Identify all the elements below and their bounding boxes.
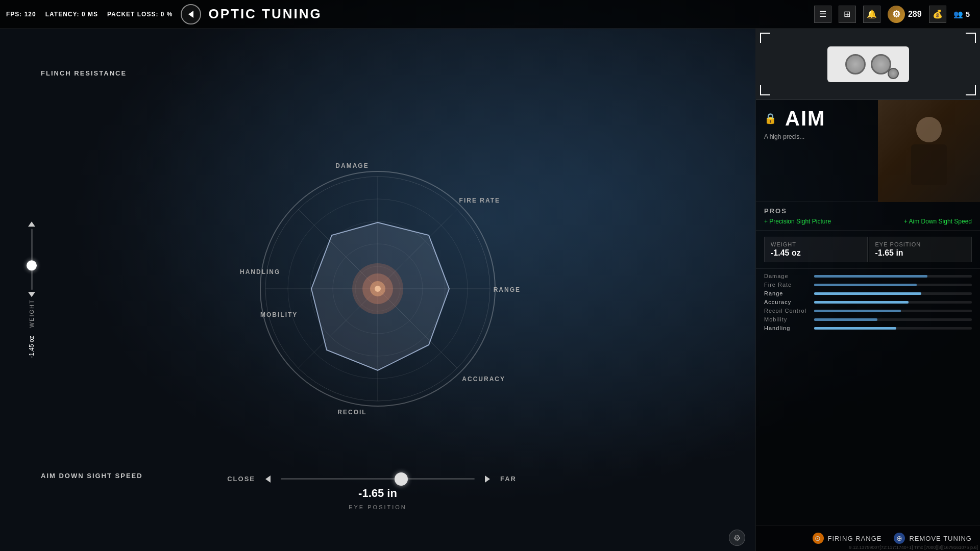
eye-position-left-arrow[interactable] [265,475,271,483]
eye-position-slider-track[interactable] [281,478,475,480]
svg-marker-18 [311,222,449,370]
version-info: 9.12.13759007[72:117:1740+1] Tmc [7000][… [847,544,980,551]
back-arrow-icon [188,11,193,18]
corner-tr [966,33,976,43]
damage-label: DAMAGE [335,162,369,169]
firing-range-label: FIRING RANGE [828,535,882,542]
stat-name-5: Mobility [764,316,810,322]
firing-range-icon: ⊙ [813,533,824,544]
weight-value-number: -1.45 oz [771,248,861,258]
stats-section: DamageFire RateRangeAccuracyRecoil Contr… [756,269,980,525]
currency-value: 289 [908,10,922,19]
remove-tuning-label: REMOVE TUNING [909,535,972,542]
stat-row: Handling [764,325,972,331]
accuracy-label: ACCURACY [462,375,505,383]
aim-info: 🔒 AIM A high-precis... [756,100,878,202]
scope-lens-large [845,54,866,74]
remove-tuning-button[interactable]: ⊕ REMOVE TUNING [894,533,972,544]
stat-name-1: Fire Rate [764,282,810,288]
main-area: FLINCH RESISTANCE AIM DOWN SIGHT SPEED W… [0,29,980,551]
scope-body [827,46,909,82]
left-panel: FLINCH RESISTANCE AIM DOWN SIGHT SPEED W… [0,29,755,551]
pro-item-1: Precision Sight Picture [764,218,831,225]
grid-icon-box[interactable]: ⊞ [839,6,856,23]
fire-rate-label: FIRE RATE [459,197,500,204]
stat-bar-fill-0 [814,275,927,278]
stat-row: Recoil Control [764,308,972,314]
radar-chart: DAMAGE FIRE RATE RANGE ACCURACY RECOIL M… [230,156,526,423]
weight-slider-down-arrow[interactable] [28,292,35,297]
remove-tuning-icon: ⊕ [894,533,905,544]
eye-position-value-box: EYE POSITION -1.65 in [869,237,972,262]
top-hud: FPS: 120 LATENCY: 0 MS PACKET LOSS: 0 % … [0,0,980,29]
stat-name-3: Accuracy [764,299,810,305]
far-label: FAR [500,475,531,483]
stat-bar-bg-1 [814,284,972,286]
eye-position-slider-area: CLOSE FAR -1.65 in EYE POSITION [0,475,755,510]
aim-description: A high-precis... [764,133,870,141]
weight-value-box: WEIGHT -1.45 oz [764,237,868,262]
hud-left: FPS: 120 LATENCY: 0 MS PACKET LOSS: 0 % [0,11,173,18]
back-button[interactable] [181,4,201,24]
lock-icon: 🔒 [764,112,777,124]
stat-name-0: Damage [764,273,810,279]
stat-name-2: Range [764,290,810,296]
bell-icon: 🔔 [867,9,877,19]
corner-bl [760,85,770,95]
webcam-placeholder [878,100,980,202]
stat-bar-fill-3 [814,301,909,304]
stat-row: Mobility [764,316,972,322]
wallet-icon: 💰 [933,9,943,19]
eye-position-slider-row: CLOSE FAR [225,475,531,483]
stat-bar-fill-6 [814,327,896,330]
eye-position-right-arrow[interactable] [485,475,490,483]
stat-bar-fill-4 [814,310,901,312]
stat-bar-bg-0 [814,275,972,278]
wallet-icon-box[interactable]: 💰 [929,6,946,23]
bell-icon-box[interactable]: 🔔 [863,6,880,23]
pros-title: PROS [764,207,972,215]
hud-right: ☰ ⊞ 🔔 ⚙ 289 💰 👥 5 [814,6,980,23]
currency-display: ⚙ 289 [888,6,922,23]
eye-position-slider-thumb[interactable] [395,472,408,486]
grid-icon: ⊞ [844,9,850,19]
weight-slider-up-arrow[interactable] [28,221,35,227]
players-value: 5 [966,10,970,18]
right-panel: 🔒 AIM A high-precis... PROS Precision [755,29,980,551]
stat-bar-bg-6 [814,327,972,330]
eye-position-value: -1.65 in [358,487,397,500]
players-display: 👥 5 [953,10,970,19]
scope-preview [756,29,980,100]
stat-bar-bg-4 [814,310,972,312]
eye-position-label: EYE POSITION [349,504,407,510]
stat-row: Accuracy [764,299,972,305]
webcam-feed [878,100,980,202]
stat-bar-fill-1 [814,284,917,286]
packet-loss-stat: PACKET LOSS: 0 % [107,11,173,18]
stat-row: Range [764,290,972,296]
weight-slider-label: WEIGHT [29,299,35,328]
menu-icon: ☰ [819,9,826,19]
recoil-label: RECOIL [337,409,366,416]
corner-tl [760,33,770,43]
stat-bar-bg-2 [814,292,972,295]
mobility-label: MOBILITY [260,311,298,318]
stat-name-6: Handling [764,325,810,331]
page-title: OPTIC TUNING [208,6,322,22]
players-icon: 👥 [953,10,963,19]
pro-item-2: Aim Down Sight Speed [904,218,972,225]
pros-section: PROS Precision Sight Picture Aim Down Si… [756,202,980,231]
pros-row: Precision Sight Picture Aim Down Sight S… [764,218,972,225]
flinch-resistance-label: FLINCH RESISTANCE [41,69,127,77]
eye-position-value-label: EYE POSITION [875,241,966,247]
latency-stat: LATENCY: 0 MS [45,11,98,18]
stat-bar-fill-2 [814,292,921,295]
aim-title: AIM [785,108,825,129]
weight-value-label: WEIGHT [771,241,861,247]
menu-icon-box[interactable]: ☰ [814,6,831,23]
firing-range-button[interactable]: ⊙ FIRING RANGE [813,533,882,544]
scope-lens-small [888,68,899,79]
weight-slider-thumb[interactable] [27,260,37,270]
weight-slider-track[interactable] [31,229,33,290]
aim-section: 🔒 AIM A high-precis... [756,100,980,202]
